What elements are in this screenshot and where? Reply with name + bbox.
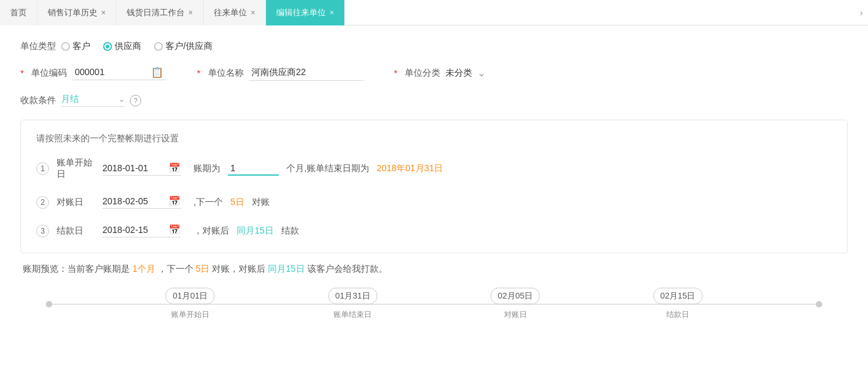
timeline-point-3: 02月05日 对账日	[491, 288, 540, 320]
preview-connector1: ，下一个	[158, 264, 193, 274]
unit-type-row: 单位类型 客户 供应商 客户/供应商	[20, 41, 848, 52]
unit-info-row: * 单位编码 📋 * 单位名称 * 单位分类 未分类 ⌄	[20, 65, 848, 81]
tab-edit-partner[interactable]: 编辑往来单位 ×	[266, 0, 345, 25]
period-desc-suffix-2: 对账	[252, 197, 270, 208]
period-date-input-2[interactable]	[102, 196, 166, 206]
period-desc-suffix-1: 个月,账单结束日期为	[286, 163, 369, 174]
period-row-2: 2 对账日 📅 ,下一个 5日 对账	[36, 195, 832, 209]
period-date-input-3[interactable]	[102, 225, 166, 235]
period-label-1: 账单开始日	[57, 157, 95, 180]
radio-customer-supplier-circle	[154, 42, 163, 51]
radio-supplier[interactable]: 供应商	[103, 41, 141, 52]
unit-type-label: 单位类型	[20, 41, 56, 52]
period-desc-suffix-3: 结款	[281, 225, 299, 237]
unit-code-input[interactable]	[72, 66, 148, 78]
tab-edit-partner-label: 编辑往来单位	[276, 7, 326, 18]
payment-terms-select[interactable]: 月结 ⌄	[61, 94, 125, 107]
period-date-input-1[interactable]	[102, 163, 166, 173]
tab-cashier-workbench-label: 钱货日清工作台	[127, 7, 185, 18]
tab-sales-history-label: 销售订单历史	[48, 7, 97, 18]
unit-name-star: *	[197, 68, 200, 78]
unit-code-star: *	[20, 68, 24, 78]
unit-category-select[interactable]: 未分类 ⌄	[445, 67, 522, 79]
radio-supplier-label: 供应商	[115, 41, 141, 52]
unit-code-field-group: 📋	[72, 66, 166, 80]
preview-text: 账期预览：当前客户账期是 1个月 ，下一个 5日 对账，对账后 同月15日 该客…	[20, 264, 848, 275]
timeline-point-1: 01月01日 账单开始日	[165, 288, 214, 320]
unit-type-radio-group: 客户 供应商 客户/供应商	[61, 41, 213, 52]
timeline-label-4: 结款日	[666, 309, 689, 320]
tab-partner-units[interactable]: 往来单位 ×	[204, 0, 266, 25]
unit-category-value: 未分类	[445, 67, 472, 79]
period-desc-prefix-2: ,下一个	[193, 197, 223, 208]
period-highlight-3: 同月15日	[237, 225, 274, 237]
tab-edit-partner-close[interactable]: ×	[330, 8, 334, 17]
tab-sales-history-close[interactable]: ×	[101, 8, 106, 17]
calendar-icon-2[interactable]: 📅	[169, 195, 181, 207]
timeline-point-4: 02月15日 结款日	[654, 288, 703, 320]
period-desc-prefix-3: ，对账后	[193, 225, 229, 237]
tab-partner-units-label: 往来单位	[214, 7, 247, 18]
timeline-point-2: 01月31日 账单结束日	[328, 288, 377, 320]
period-num-3: 3	[36, 225, 49, 237]
payment-terms-row: 收款条件 月结 ⌄ ?	[20, 94, 848, 107]
timeline-left-end	[46, 301, 52, 307]
preview-label: 账期预览：当前客户账期是	[23, 264, 130, 274]
unit-name-input[interactable]	[249, 65, 363, 81]
tab-cashier-workbench[interactable]: 钱货日清工作台 ×	[116, 0, 204, 25]
unit-category-arrow-icon: ⌄	[477, 67, 486, 79]
payment-terms-value: 月结	[61, 94, 116, 105]
timeline-badge-1: 01月01日	[165, 288, 214, 304]
timeline-badge-2: 01月31日	[328, 288, 377, 304]
period-date-1: 📅	[102, 162, 181, 176]
radio-customer-supplier[interactable]: 客户/供应商	[154, 41, 213, 52]
preview-part2: 5日	[195, 264, 209, 274]
period-date-2: 📅	[102, 195, 181, 209]
preview-part3: 同月15日	[268, 264, 305, 274]
period-num-2: 2	[36, 196, 49, 209]
tab-partner-units-close[interactable]: ×	[251, 8, 255, 17]
period-label-3: 结款日	[57, 225, 95, 237]
payment-terms-label: 收款条件	[20, 95, 56, 106]
main-content: 单位类型 客户 供应商 客户/供应商 * 单位编码 📋 * 单位名称 *	[0, 25, 868, 387]
radio-customer-circle	[61, 42, 70, 51]
radio-customer-supplier-label: 客户/供应商	[165, 41, 213, 52]
tab-home[interactable]: 首页	[0, 0, 38, 25]
period-row-1: 1 账单开始日 📅 账期为 个月,账单结束日期为 2018年01月31日	[36, 157, 832, 180]
radio-supplier-circle	[103, 42, 112, 51]
preview-part1: 1个月	[132, 264, 155, 274]
period-row-3: 3 结款日 📅 ，对账后 同月15日 结款	[36, 224, 832, 237]
period-desc-prefix-1: 账期为	[193, 163, 220, 174]
tab-cashier-workbench-close[interactable]: ×	[188, 8, 193, 17]
timeline-dots-row: 01月01日 账单开始日 01月31日 账单结束日 02月05日 对账日 02月…	[46, 288, 822, 320]
timeline-left-dot	[46, 301, 52, 307]
unit-category-label: 单位分类	[405, 67, 440, 79]
timeline-right-end	[816, 301, 822, 307]
tab-home-label: 首页	[10, 7, 27, 18]
timeline-right-dot	[816, 301, 822, 307]
calendar-icon-3[interactable]: 📅	[169, 224, 181, 236]
payment-terms-arrow-icon: ⌄	[118, 95, 125, 104]
period-num-1: 1	[36, 162, 49, 175]
radio-customer[interactable]: 客户	[61, 41, 90, 52]
payment-terms-help-icon[interactable]: ?	[130, 95, 141, 106]
period-months-input[interactable]	[228, 162, 279, 176]
period-highlight-date-1: 2018年01月31日	[377, 163, 443, 174]
timeline-badge-3: 02月05日	[491, 288, 540, 304]
timeline-wrapper: 01月01日 账单开始日 01月31日 账单结束日 02月05日 对账日 02月…	[20, 288, 848, 320]
tab-nav-arrow[interactable]: ›	[860, 0, 868, 25]
period-label-2: 对账日	[57, 197, 95, 208]
radio-customer-label: 客户	[73, 41, 90, 52]
timeline-label-2: 账单结束日	[333, 309, 372, 320]
unit-code-copy-icon[interactable]: 📋	[148, 66, 166, 78]
period-date-3: 📅	[102, 224, 181, 237]
period-settings-box: 请按照未来的一个完整帐期进行设置 1 账单开始日 📅 账期为 个月,账单结束日期…	[20, 120, 848, 253]
period-highlight-2: 5日	[230, 197, 244, 208]
calendar-icon-1[interactable]: 📅	[169, 162, 181, 174]
timeline-label-1: 账单开始日	[171, 309, 209, 320]
unit-category-star: *	[394, 68, 397, 78]
unit-code-label: 单位编码	[31, 67, 67, 79]
tab-sales-history[interactable]: 销售订单历史 ×	[38, 0, 116, 25]
preview-connector2: 对账，对账后	[212, 264, 265, 274]
preview-suffix: 该客户会给我打款。	[307, 264, 388, 274]
